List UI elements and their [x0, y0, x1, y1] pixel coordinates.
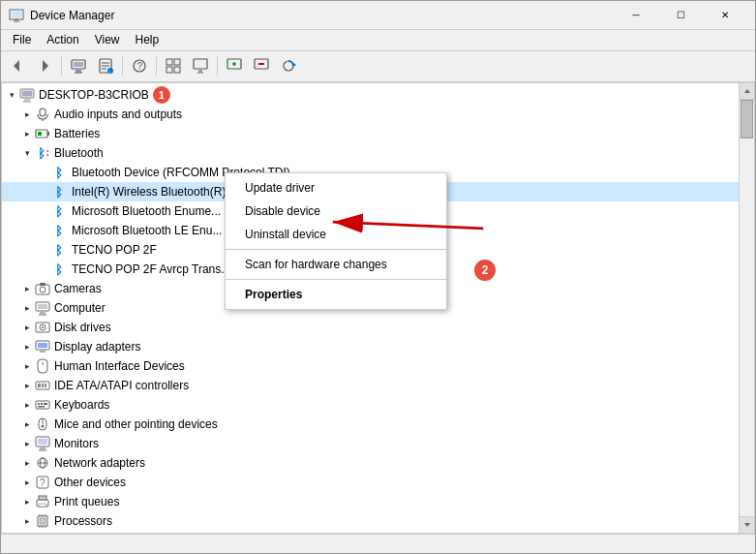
expand-audio[interactable]: ▸: [19, 107, 35, 122]
tree-item-keyboard[interactable]: ▸ Keyboards: [2, 395, 739, 415]
svg-rect-67: [42, 384, 44, 387]
label-mice: Mice and other pointing devices: [54, 417, 218, 431]
toolbar-computer[interactable]: [66, 53, 91, 78]
icon-computer: [35, 300, 50, 316]
tree-item-display[interactable]: ▸ Display adapters: [2, 337, 739, 356]
svg-rect-70: [38, 403, 40, 405]
expand-monitors[interactable]: ▸: [19, 436, 35, 451]
menu-action[interactable]: Action: [39, 31, 86, 48]
icon-hid: [35, 358, 50, 374]
maximize-button[interactable]: ☐: [658, 1, 703, 30]
tree-item-root[interactable]: ▾ DESKTOP-B3CRIOB 1: [2, 85, 739, 105]
expand-keyboard[interactable]: ▸: [19, 397, 35, 413]
svg-point-77: [42, 424, 45, 427]
scroll-down[interactable]: [740, 516, 755, 533]
svg-marker-42: [46, 150, 48, 152]
svg-rect-22: [194, 59, 207, 69]
tree-item-hid[interactable]: ▸ Human Interface Devices: [2, 356, 739, 376]
menu-help[interactable]: Help: [128, 31, 167, 48]
context-menu-uninstall[interactable]: Uninstall device: [226, 223, 446, 246]
expand-disk[interactable]: ▸: [19, 320, 35, 335]
tree-item-other[interactable]: ▸ ? Other devices: [2, 473, 739, 492]
scrollbar[interactable]: [739, 83, 754, 533]
context-menu-update[interactable]: Update driver: [226, 176, 446, 200]
toolbar-remove[interactable]: [249, 53, 274, 78]
label-other: Other devices: [54, 476, 126, 489]
svg-marker-107: [744, 89, 750, 93]
toolbar-scan[interactable]: [276, 53, 301, 78]
tree-item-batteries[interactable]: ▸ Batteries: [2, 124, 739, 143]
tree-item-sdhost[interactable]: ▸ SD host adapters: [2, 531, 739, 533]
scroll-thumb[interactable]: [741, 100, 753, 138]
svg-text:ᛒ: ᛒ: [55, 185, 63, 200]
expand-other[interactable]: ▸: [19, 475, 35, 490]
toolbar: i ?: [1, 51, 755, 82]
svg-text:ᛒ: ᛒ: [55, 224, 63, 238]
minimize-button[interactable]: ─: [614, 1, 658, 30]
expand-cameras[interactable]: ▸: [19, 281, 35, 296]
toolbar-show[interactable]: [161, 53, 186, 78]
expand-mice[interactable]: ▸: [19, 416, 35, 432]
svg-text:ᛒ: ᛒ: [55, 166, 63, 180]
toolbar-forward[interactable]: [32, 53, 57, 78]
label-bt6: TECNO POP 2F Avrcp Trans...: [72, 262, 230, 276]
svg-text:ᛒ: ᛒ: [38, 146, 45, 161]
menu-view[interactable]: View: [87, 31, 128, 48]
svg-rect-61: [38, 343, 47, 348]
menu-file[interactable]: File: [5, 31, 39, 48]
scroll-up[interactable]: [740, 83, 755, 100]
svg-rect-19: [174, 59, 180, 65]
expand-print[interactable]: ▸: [19, 494, 35, 509]
icon-root: [19, 87, 35, 103]
label-bt2: Intel(R) Wireless Bluetooth(R)...: [72, 185, 235, 199]
context-menu-properties[interactable]: Properties: [226, 283, 446, 306]
expand-processors[interactable]: ▸: [19, 513, 35, 529]
tree-item-disk[interactable]: ▸ Disk drives: [2, 318, 739, 337]
expand-computer[interactable]: ▸: [19, 300, 35, 316]
tree-item-print[interactable]: ▸ Print queues: [2, 492, 739, 511]
expand-ide[interactable]: ▸: [19, 378, 35, 393]
status-bar: [1, 534, 755, 553]
toolbar-properties[interactable]: i: [93, 53, 118, 78]
icon-ide: [35, 378, 50, 393]
toolbar-help[interactable]: ?: [127, 53, 152, 78]
toolbar-add[interactable]: [222, 53, 247, 78]
label-keyboard: Keyboards: [54, 398, 109, 412]
tree-item-bluetooth[interactable]: ▾ ᛒ Bluetooth: [2, 143, 739, 163]
tree-item-ide[interactable]: ▸ IDE ATA/ATAPI controllers: [2, 376, 739, 395]
context-menu-disable[interactable]: Disable device: [226, 200, 446, 223]
tree-item-monitors[interactable]: ▸ Monitors: [2, 434, 739, 453]
icon-monitors: [35, 436, 50, 451]
svg-marker-31: [293, 63, 296, 67]
scroll-track[interactable]: [740, 100, 754, 516]
close-button[interactable]: ✕: [703, 1, 747, 30]
svg-marker-4: [14, 60, 19, 72]
label-processors: Processors: [54, 514, 112, 528]
annotation-two: 2: [474, 260, 496, 281]
context-menu-scan[interactable]: Scan for hardware changes: [226, 253, 446, 276]
icon-bt2: ᛒ: [52, 184, 68, 200]
tree-item-processors[interactable]: ▸ Processors: [2, 511, 739, 531]
svg-text:ᛒ: ᛒ: [55, 204, 63, 219]
tree-item-audio[interactable]: ▸ Audio inputs and outputs: [2, 105, 739, 124]
icon-processors: [35, 513, 50, 529]
icon-audio: [35, 107, 50, 122]
tree-item-mice[interactable]: ▸ Mice and other pointing devices: [2, 415, 739, 434]
main-area: ▾ DESKTOP-B3CRIOB 1 ▸: [1, 82, 755, 534]
svg-rect-79: [38, 439, 47, 445]
label-hid: Human Interface Devices: [54, 359, 185, 373]
icon-other: ?: [35, 475, 50, 490]
window-title: Device Manager: [30, 9, 614, 22]
svg-rect-33: [22, 91, 32, 96]
context-menu: Update driver Disable device Uninstall d…: [225, 172, 447, 310]
expand-hid[interactable]: ▸: [19, 358, 35, 374]
toolbar-back[interactable]: [5, 53, 30, 78]
expand-bluetooth[interactable]: ▾: [19, 145, 35, 161]
expand-root[interactable]: ▾: [4, 87, 19, 103]
expand-batteries[interactable]: ▸: [19, 126, 35, 141]
expand-network[interactable]: ▸: [19, 455, 35, 471]
tree-item-network[interactable]: ▸ Network adapters: [2, 453, 739, 473]
toolbar-monitor[interactable]: [188, 53, 213, 78]
icon-print: [35, 494, 50, 509]
expand-display[interactable]: ▸: [19, 339, 35, 354]
